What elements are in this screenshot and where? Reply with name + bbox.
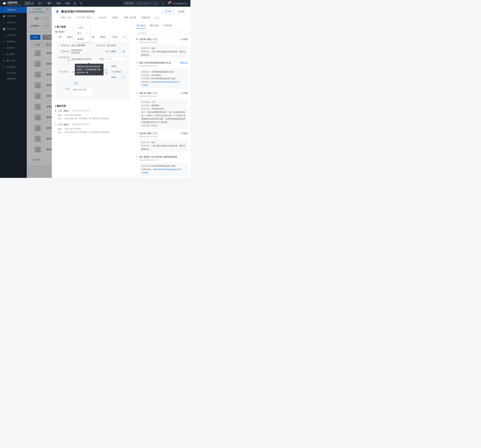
tl-box: 通过群聊【759-59班理财训练营】购买直播间链接：http://www.yun…	[139, 163, 188, 176]
search-input[interactable]	[135, 2, 154, 5]
timeline-item: 进入直播间 759-59班第三期理财直播课2021/01/30 01:38:27…	[139, 155, 188, 176]
lastchat-value: 2021/09/10 12:00:00	[71, 58, 91, 60]
svg-point-0	[156, 2, 157, 4]
tl-head: 定金单 创建人小王	[139, 38, 157, 41]
device-icon[interactable]	[162, 2, 164, 5]
nav-promo[interactable]: 推广	[38, 2, 43, 5]
history-who: 小王 更新了	[58, 109, 70, 113]
mgr-option[interactable]: 师馨薇	[75, 25, 90, 31]
brand-url: www.yunduocrm.com	[7, 4, 21, 6]
right-pane: 客户动态 聊天记录 订单记录 全部动态⌄ 定金单 创建人小王已完成2020/01…	[134, 22, 190, 178]
tags-label: 客户标签	[55, 31, 64, 33]
customer-tag[interactable]: 一般	[55, 35, 63, 39]
friend-value: 名片分享	[107, 44, 116, 47]
tab-activity[interactable]: 客户动态	[136, 24, 146, 29]
user-menu[interactable]: manager11 ▾	[173, 2, 188, 5]
sec-history: 修改记录	[55, 104, 130, 108]
search-type-select[interactable]: 手机号码▾	[123, 2, 135, 5]
phone-type-tag[interactable]: 手机…	[73, 82, 81, 85]
topbar: 云朵CRM www.yunduocrm.com 教育机构一站式服务云平台 推广 …	[0, 0, 190, 7]
phone-label: 手机号码	[58, 70, 68, 73]
top-nav: 推广 客户 质检 数据	[38, 2, 70, 5]
info-card: 获客来源 线上-北京昱新 好友来源 名片分享 添加时间 2021/09/10 1…	[55, 42, 130, 101]
mgr-label: 客户经理：	[77, 16, 87, 19]
wx-input[interactable]	[106, 57, 127, 61]
view-detail-link[interactable]: 查看详情	[180, 62, 188, 64]
tl-time: 2021/01/30 01:38:27	[139, 159, 188, 161]
activity-filter[interactable]: 全部动态⌄	[136, 31, 188, 36]
personal-tag[interactable]: 标签1	[109, 75, 119, 80]
history-time: 2021/01/30 01:38:27	[72, 109, 90, 113]
sex-label: 性别	[98, 50, 110, 53]
nav-data[interactable]: 数据	[66, 2, 70, 5]
timeline-item: 报名单 创建人小王已失败2020/01/30 01:38:27客户经理：小王客户…	[139, 92, 188, 129]
customer-tag-more[interactable]: +4	[121, 35, 128, 39]
group-label: 所在群聊：	[98, 16, 108, 19]
svg-rect-1	[162, 2, 164, 5]
left-pane: 客户信息 客户标签✎ 一般高意向中意向一般高意向中意向+4 获客来源 线上-北京…	[52, 22, 134, 178]
tl-head: 购买 4399理财课进阶课程大礼包	[139, 61, 171, 64]
user-icon[interactable]	[74, 2, 76, 5]
group-more[interactable]: +4	[154, 16, 159, 19]
deposit-button[interactable]: 交定金	[175, 9, 187, 14]
brand-logo: 云朵CRM www.yunduocrm.com 教育机构一站式服务云平台	[3, 1, 34, 6]
personal-tag[interactable]: 个人标签12	[109, 70, 124, 74]
group-chip[interactable]: 群聊三	[111, 16, 120, 20]
mgr-select[interactable]: 张三▴	[87, 16, 92, 19]
history-time: 2021/01/30 01:38:27	[72, 123, 90, 126]
tl-box: 客户经理：小王客户姓名：唔吃唔吃手机号码：19833528160备注：但无论是哪…	[139, 99, 188, 129]
nick-label: 昵称：	[61, 16, 67, 19]
wx-label: 微信	[97, 57, 104, 61]
timeline-item: 定金单 创建人小王已取消2020/01/30 01:38:27跟单方式：电话跟单…	[139, 132, 188, 153]
customer-tag[interactable]: 高意向	[98, 35, 108, 39]
timeline-item: 定金单 创建人小王已完成2020/01/30 01:38:27跟单方式：电话跟单…	[139, 38, 188, 58]
tl-head: 报名单 创建人小王	[139, 92, 157, 95]
phone-icon[interactable]	[80, 2, 83, 5]
tl-status: 已失败	[180, 92, 188, 95]
addtime-value: 2021/09/10 12:00:00	[71, 49, 90, 54]
mgr-option[interactable]: 张三✓	[75, 31, 90, 36]
history-item: 小王 更新了2021/01/30 01:38:27微信：空值-136721828…	[55, 123, 130, 134]
group-chip[interactable]: 群聊六群	[140, 16, 151, 20]
search-icon[interactable]	[154, 2, 159, 5]
tl-status: 已完成	[180, 38, 188, 41]
tab-orders[interactable]: 订单记录	[163, 24, 172, 29]
personal-tag[interactable]: 标签1	[109, 64, 119, 69]
bell-icon[interactable]: 5	[167, 2, 170, 5]
tl-status: 已取消	[180, 132, 188, 135]
building-icon	[55, 9, 60, 14]
radio-male[interactable]: 男	[111, 50, 116, 53]
tab-chat[interactable]: 聊天记录	[150, 24, 159, 29]
tl-time: 2020/01/30 01:38:27	[139, 95, 188, 97]
nav-qc[interactable]: 质检	[56, 2, 61, 5]
edit-icon[interactable]: ✎	[65, 31, 67, 33]
chevron-down-icon: ▾	[187, 2, 188, 4]
status-dot-icon	[173, 3, 174, 4]
username-label: manager11	[175, 2, 186, 5]
nav-customer[interactable]: 客户	[47, 2, 52, 5]
lastchat-label: 最近聊天时间	[58, 56, 70, 62]
timeline-item: 购买 4399理财课进阶课程大礼包查看详情2021/01/30 01:38:27…	[139, 61, 188, 89]
check-icon: ✓	[86, 32, 88, 35]
remark-label: 备注	[58, 87, 70, 90]
mgr-option[interactable]: 俱保咏	[75, 36, 90, 42]
phone-tooltip: 查询到此手机号码在系统中已存在，可以将两条客户数据合并为一条	[75, 64, 104, 75]
tl-time: 2020/01/30 01:38:27	[139, 41, 188, 44]
history-who: 小王 更新了	[58, 123, 70, 126]
tl-box: 跟单方式：电话跟单内容：只是了解在线教育方面的信息，暂时无购买意向。	[139, 139, 188, 153]
brand-name: 云朵CRM	[7, 1, 21, 4]
proxy-order-button[interactable]: 代下单	[162, 9, 174, 14]
notification-badge: 5	[169, 1, 171, 3]
radio-female[interactable]: 女	[120, 50, 125, 53]
src-value: 线上-北京昱新	[71, 44, 85, 47]
personal-tag-more[interactable]: +4	[120, 75, 127, 80]
remark-input[interactable]	[71, 87, 93, 96]
customer-tag[interactable]: 高意向	[65, 35, 75, 39]
friend-label: 好友来源	[93, 44, 105, 47]
addtime-label: 添加时间	[58, 50, 69, 53]
drawer-title: 微信名称6789990000966	[61, 9, 95, 14]
brand-sub: 教育机构一站式服务云平台	[23, 2, 34, 5]
customer-tag[interactable]: 中意向	[110, 35, 120, 39]
group-chip[interactable]: 群聊一群大群	[123, 16, 138, 20]
tl-head: 定金单 创建人小王	[139, 132, 157, 135]
